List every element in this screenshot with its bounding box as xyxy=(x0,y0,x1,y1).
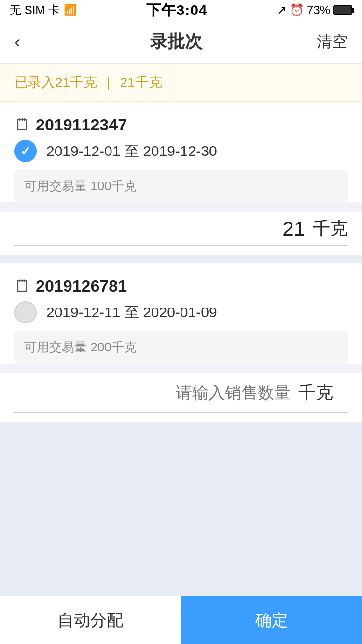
batch1-date: 2019-12-01 至 2019-12-30 xyxy=(46,141,217,161)
batch2-date-row[interactable]: 2019-12-11 至 2020-01-09 xyxy=(14,301,348,323)
section-divider-1 xyxy=(0,255,362,263)
batch2-available: 可用交易量 200千克 xyxy=(14,331,348,364)
batch1-amount-row: 21 千克 xyxy=(14,217,348,246)
bottom-bar: 自动分配 确定 xyxy=(0,596,362,644)
sim-label: 无 SIM 卡 xyxy=(10,2,60,18)
batch-card-2: 🗒 2019126781 2019-12-11 至 2020-01-09 可用交… xyxy=(0,263,362,364)
status-bar: 无 SIM 卡 📶 下午3:04 ↗ ⏰ 73% xyxy=(0,0,362,20)
auto-distribute-button[interactable]: 自动分配 xyxy=(0,596,181,644)
batch1-amount[interactable]: 21 xyxy=(282,217,305,240)
alarm-icon: ⏰ xyxy=(290,3,304,17)
summary-value: 21千克 xyxy=(120,73,162,92)
battery-percent: 73% xyxy=(307,3,330,17)
confirm-button[interactable]: 确定 xyxy=(181,596,362,644)
batch2-input-wrapper: 千克 xyxy=(0,373,362,422)
batch2-input-row[interactable]: 千克 xyxy=(14,373,348,413)
auto-distribute-label: 自动分配 xyxy=(57,609,123,631)
battery-icon xyxy=(333,5,352,15)
status-right: ↗ ⏰ 73% xyxy=(277,3,352,17)
batch1-date-row[interactable]: ✓ 2019-12-01 至 2019-12-30 xyxy=(14,140,348,162)
nav-bar: ‹ 录批次 清空 xyxy=(0,20,362,64)
batch-card-1: 🗒 2019112347 ✓ 2019-12-01 至 2019-12-30 可… xyxy=(0,102,362,202)
batch1-header: 🗒 2019112347 xyxy=(14,115,348,134)
batch2-icon: 🗒 xyxy=(14,277,31,295)
batch1-unit: 千克 xyxy=(313,217,348,240)
check-mark-icon: ✓ xyxy=(20,144,31,159)
batch2-id: 2019126781 xyxy=(36,277,127,295)
background-filler xyxy=(0,422,362,616)
back-button[interactable]: ‹ xyxy=(14,32,43,52)
batch1-id: 2019112347 xyxy=(36,115,127,134)
summary-bar: 已录入21千克 | 21千克 xyxy=(0,64,362,102)
page-title: 录批次 xyxy=(43,30,309,54)
wifi-icon: 📶 xyxy=(64,4,77,16)
batch2-checkbox[interactable] xyxy=(14,301,37,323)
confirm-label: 确定 xyxy=(255,609,288,631)
batch1-available: 可用交易量 100千克 xyxy=(14,170,348,202)
batch1-checkbox[interactable]: ✓ xyxy=(14,140,37,162)
status-time: 下午3:04 xyxy=(146,0,207,20)
batch1-icon: 🗒 xyxy=(14,115,31,134)
summary-label: 已录入21千克 xyxy=(14,73,97,92)
batch1-amount-wrapper: 21 千克 xyxy=(0,212,362,255)
location-icon: ↗ xyxy=(277,3,287,17)
batch2-unit: 千克 xyxy=(298,381,333,405)
status-left: 无 SIM 卡 📶 xyxy=(10,2,77,18)
summary-divider: | xyxy=(107,75,110,90)
quantity-input[interactable] xyxy=(29,383,291,402)
batch2-date: 2019-12-11 至 2020-01-09 xyxy=(46,303,217,322)
clear-button[interactable]: 清空 xyxy=(309,31,348,53)
batch2-header: 🗒 2019126781 xyxy=(14,277,348,295)
